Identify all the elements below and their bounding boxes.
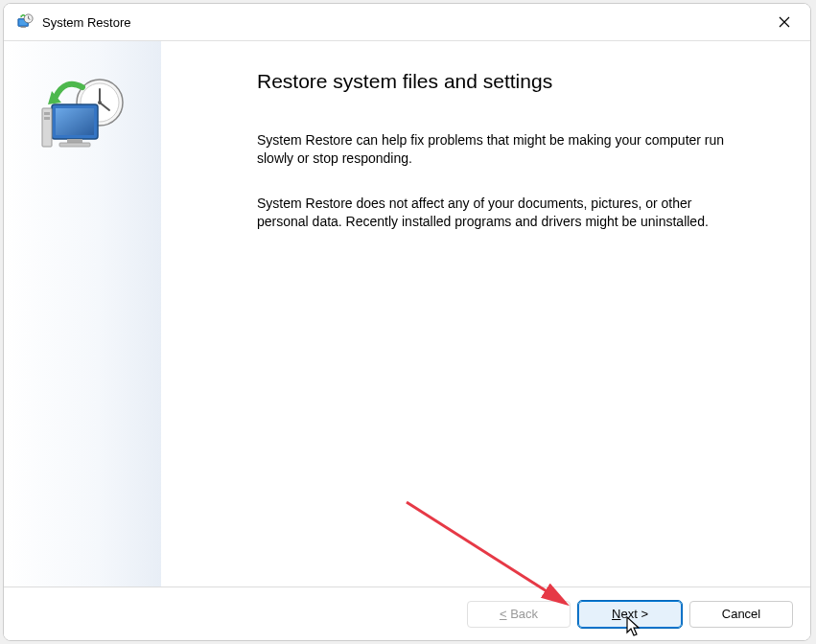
wizard-button-bar: < Back Next > Cancel: [4, 586, 810, 640]
back-button: < Back: [467, 601, 571, 628]
next-button[interactable]: Next >: [578, 601, 682, 628]
system-restore-window: System Restore: [3, 3, 811, 641]
window-title: System Restore: [42, 15, 762, 30]
svg-rect-11: [67, 139, 82, 143]
svg-rect-2: [21, 27, 26, 28]
titlebar: System Restore: [4, 4, 810, 40]
svg-rect-12: [59, 143, 90, 147]
svg-rect-10: [56, 108, 94, 135]
main-content: Restore system files and settings System…: [161, 41, 810, 586]
svg-rect-15: [44, 117, 50, 120]
close-button[interactable]: [762, 7, 806, 37]
content-area: Restore system files and settings System…: [4, 40, 810, 586]
svg-point-7: [98, 101, 102, 104]
description-paragraph-1: System Restore can help fix problems tha…: [257, 131, 727, 168]
description-paragraph-2: System Restore does not affect any of yo…: [257, 195, 727, 231]
cancel-button[interactable]: Cancel: [689, 601, 793, 628]
system-restore-icon: [15, 12, 35, 32]
page-heading: Restore system files and settings: [257, 70, 772, 93]
wizard-sidebar: [4, 41, 161, 586]
svg-rect-14: [44, 112, 50, 115]
restore-graphic-icon: [35, 70, 130, 166]
